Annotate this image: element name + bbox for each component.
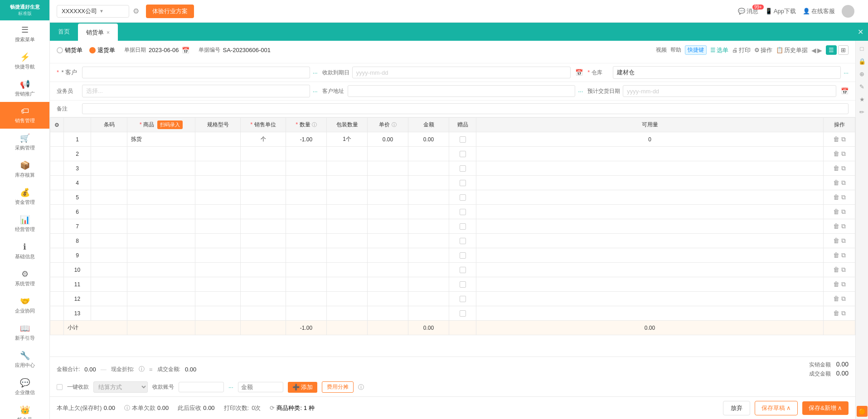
salesperson-input[interactable]: 选择... (82, 85, 310, 97)
cell-product-3[interactable] (127, 176, 195, 190)
sidebar-item-6[interactable]: 💰 资金管理 (0, 183, 49, 210)
cell-product-4[interactable] (127, 190, 195, 205)
cell-spec-4[interactable] (195, 190, 241, 205)
sidebar-item-5[interactable]: 📦 库存核算 (0, 156, 49, 183)
cell-amount-1[interactable] (408, 147, 449, 161)
cell-price-2[interactable] (368, 161, 408, 176)
nav-next-icon[interactable]: ▶ (817, 47, 822, 54)
cell-price-8[interactable] (368, 248, 408, 263)
cell-product-10[interactable] (127, 277, 195, 292)
cell-barcode-4[interactable] (91, 190, 127, 205)
cell-amount-3[interactable] (408, 176, 449, 190)
warehouse-input[interactable]: 建材仓 (613, 66, 841, 79)
amount-input[interactable] (238, 382, 283, 392)
row-delete-btn-0[interactable]: 🗑 (833, 135, 839, 143)
sidebar-item-8[interactable]: ℹ 基础信息 (0, 237, 49, 265)
online-service-button[interactable]: 👤 在线客服 (803, 7, 835, 15)
row-delete-btn-4[interactable]: 🗑 (833, 193, 839, 201)
gift-checkbox-12[interactable] (460, 310, 466, 317)
cell-product-1[interactable] (127, 147, 195, 161)
gift-checkbox-8[interactable] (460, 252, 466, 259)
cell-product-12[interactable] (127, 306, 195, 321)
cell-amount-7[interactable] (408, 234, 449, 248)
cell-pkg-qty-10[interactable] (327, 277, 368, 292)
shortcut-link[interactable]: 快捷键 (685, 45, 707, 55)
cell-unit-7[interactable] (241, 234, 286, 248)
cell-unit-1[interactable] (241, 147, 286, 161)
rp-btn-5[interactable]: ★ (857, 94, 868, 105)
discard-button[interactable]: 放弃 (723, 401, 750, 415)
sidebar-item-1[interactable]: ⚡ 快捷导航 (0, 48, 49, 75)
gift-checkbox-3[interactable] (460, 180, 466, 186)
cell-unit-6[interactable] (241, 219, 286, 234)
rp-btn-1[interactable]: □ (857, 43, 868, 54)
cell-spec-5[interactable] (195, 205, 241, 219)
cell-price-4[interactable] (368, 190, 408, 205)
print-link[interactable]: 🖨 打印 (732, 46, 751, 54)
radio-sale[interactable]: 销货单 (57, 46, 82, 54)
rp-btn-4[interactable]: ✎ (857, 81, 868, 92)
cell-spec-12[interactable] (195, 306, 241, 321)
salesperson-dots-icon[interactable]: ··· (313, 88, 318, 95)
cell-pkg-qty-5[interactable] (327, 205, 368, 219)
scan-button[interactable]: 扫码录入 (157, 120, 183, 129)
sidebar-item-12[interactable]: 🔧 应用中心 (0, 346, 49, 373)
cell-pkg-qty-6[interactable] (327, 219, 368, 234)
cell-unit-9[interactable] (241, 263, 286, 277)
avatar[interactable] (842, 5, 854, 18)
gift-checkbox-2[interactable] (460, 165, 466, 172)
gift-checkbox-11[interactable] (460, 296, 466, 302)
cell-price-11[interactable] (368, 292, 408, 306)
cell-price-1[interactable] (368, 147, 408, 161)
warehouse-dots-icon[interactable]: ··· (844, 69, 849, 76)
cell-price-0[interactable]: 0.00 (368, 132, 408, 147)
cell-barcode-2[interactable] (91, 161, 127, 176)
cell-barcode-12[interactable] (91, 306, 127, 321)
customer-addr-input[interactable] (348, 85, 576, 97)
gift-checkbox-0[interactable] (460, 136, 466, 143)
cell-unit-0[interactable]: 个 (241, 132, 286, 147)
tabs-close-all-icon[interactable]: ✕ (858, 28, 863, 36)
sidebar-item-3[interactable]: 🏷 销售管理 (0, 102, 49, 129)
cell-price-12[interactable] (368, 306, 408, 321)
cell-product-8[interactable] (127, 248, 195, 263)
sidebar-item-14[interactable]: 👑 畅会员 (0, 400, 49, 419)
cell-amount-5[interactable] (408, 205, 449, 219)
cell-product-2[interactable] (127, 161, 195, 176)
cell-barcode-0[interactable] (91, 132, 127, 147)
help-link[interactable]: 帮助 (670, 46, 681, 54)
cell-unit-11[interactable] (241, 292, 286, 306)
tab-sales-order[interactable]: 销货单 × (78, 24, 118, 42)
expected-date-input[interactable]: yyyy-mm-dd (623, 85, 836, 97)
row-copy-btn-1[interactable]: ⧉ (841, 150, 846, 158)
cell-unit-3[interactable] (241, 176, 286, 190)
settlement-select[interactable]: 结算方式 (93, 381, 148, 393)
gift-checkbox-4[interactable] (460, 194, 466, 201)
rp-btn-6[interactable]: ✏ (857, 106, 868, 117)
one-click-checkbox[interactable] (57, 384, 63, 390)
gift-checkbox-9[interactable] (460, 267, 466, 273)
cell-unit-2[interactable] (241, 161, 286, 176)
cell-unit-8[interactable] (241, 248, 286, 263)
cell-unit-12[interactable] (241, 306, 286, 321)
sidebar-item-10[interactable]: 🤝 企业协同 (0, 292, 49, 319)
cell-barcode-6[interactable] (91, 219, 127, 234)
cell-qty-3[interactable] (286, 176, 327, 190)
row-copy-btn-11[interactable]: ⧉ (841, 295, 846, 303)
cell-barcode-11[interactable] (91, 292, 127, 306)
row-copy-btn-0[interactable]: ⧉ (841, 135, 846, 143)
cell-barcode-5[interactable] (91, 205, 127, 219)
cell-price-3[interactable] (368, 176, 408, 190)
number-value[interactable]: SA-20230606-001 (223, 47, 271, 53)
row-delete-btn-7[interactable]: 🗑 (833, 237, 839, 245)
app-download-button[interactable]: 📱 App下载 (765, 7, 796, 15)
cell-unit-10[interactable] (241, 277, 286, 292)
refresh-icon[interactable]: ⟳ (270, 405, 275, 411)
date-value[interactable]: 2023-06-06 (149, 47, 179, 53)
history-link[interactable]: 📋 历史单据 (776, 46, 808, 54)
cell-price-9[interactable] (368, 263, 408, 277)
cell-amount-10[interactable] (408, 277, 449, 292)
cell-spec-10[interactable] (195, 277, 241, 292)
cell-spec-0[interactable] (195, 132, 241, 147)
select-link[interactable]: ☰ 选单 (710, 46, 728, 54)
